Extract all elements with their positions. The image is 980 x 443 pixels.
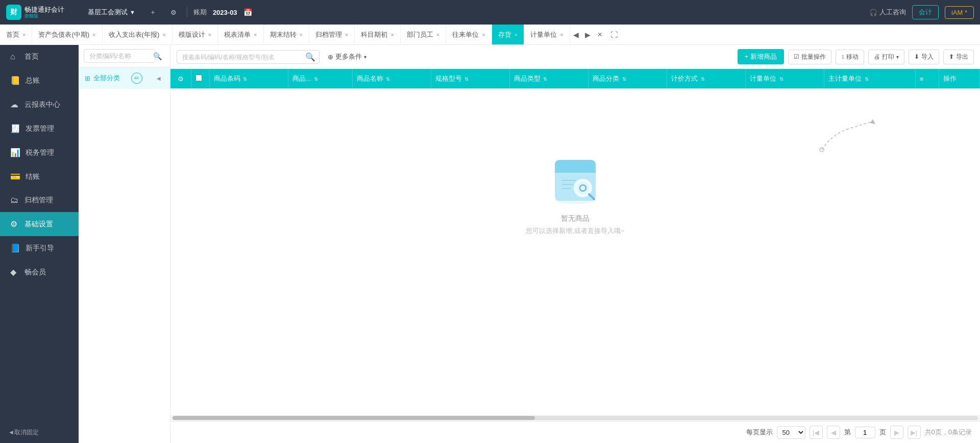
- tab-dept-close[interactable]: ×: [436, 32, 439, 38]
- table-header-row: ⚙ 商品条码 ⇅ 商品... ⇅ 商品名称 ⇅ 规格型号 ⇅ 商品类型 ⇅ 商品…: [170, 69, 980, 88]
- tab-home[interactable]: 首页 ×: [0, 25, 32, 44]
- sidebar-item-checkout[interactable]: 💳 结账: [0, 165, 79, 189]
- tab-subject-init[interactable]: 科目期初 ×: [355, 25, 400, 44]
- sort-arrows-unit: ⇅: [779, 76, 783, 82]
- tab-tax-close[interactable]: ×: [254, 32, 257, 38]
- tab-close-all-btn[interactable]: ×: [594, 30, 606, 39]
- main-area: ⌂ 首页 📒 总账 ☁ 云报表中心 🧾 发票管理 📊 税务管理 💳 结账 🗂 归…: [0, 45, 980, 443]
- tab-subject-close[interactable]: ×: [390, 32, 394, 38]
- category-edit-btn[interactable]: ✏: [131, 73, 142, 84]
- batch-op-btn[interactable]: ☑ 批量操作: [788, 50, 831, 64]
- th-main-unit[interactable]: 主计量单位 ⇅: [824, 69, 915, 88]
- tab-home-close[interactable]: ×: [22, 32, 26, 38]
- sidebar-item-ledger[interactable]: 📒 总账: [0, 68, 79, 92]
- th-barcode[interactable]: 商品条码 ⇅: [209, 69, 288, 88]
- sidebar-item-cloud[interactable]: ☁ 云报表中心: [0, 92, 79, 116]
- tab-archive-close[interactable]: ×: [345, 32, 348, 38]
- h-scroll-thumb[interactable]: [173, 416, 535, 420]
- svg-marker-0: [870, 119, 875, 124]
- tab-period-close[interactable]: 期末结转 ×: [264, 25, 309, 44]
- category-search-icon[interactable]: 🔍: [153, 52, 162, 60]
- print-label: 打印: [882, 53, 894, 61]
- tab-tax[interactable]: 税表清单 ×: [218, 25, 263, 44]
- tab-unit[interactable]: 计量单位 ×: [524, 25, 570, 44]
- collapse-panel-btn[interactable]: ◄: [153, 75, 164, 82]
- th-extra[interactable]: ≡: [915, 69, 939, 88]
- th-checkbox[interactable]: [191, 69, 209, 88]
- tab-balance-close[interactable]: ×: [92, 32, 95, 38]
- tab-balance-sheet[interactable]: 资产负债表(中期) ×: [32, 25, 102, 44]
- tab-template[interactable]: 模版设计 ×: [173, 25, 218, 44]
- print-btn[interactable]: 🖨 打印 ▾: [868, 50, 904, 64]
- th-type[interactable]: 商品类型 ⇅: [509, 69, 588, 88]
- category-all[interactable]: ⊞ 全部分类 ✏ ◄: [79, 67, 170, 89]
- add-tab-btn[interactable]: ＋: [145, 6, 160, 19]
- tab-inventory[interactable]: 存货 ×: [492, 25, 524, 44]
- new-product-btn[interactable]: + 新增商品: [738, 49, 784, 64]
- tab-contacts-close[interactable]: ×: [482, 32, 485, 38]
- prev-page-btn[interactable]: ◀: [827, 426, 840, 439]
- cancel-fixed-btn[interactable]: ◄取消固定: [8, 428, 70, 437]
- sidebar-item-invoice[interactable]: 🧾 发票管理: [0, 116, 79, 141]
- main-search-icon[interactable]: 🔍: [305, 52, 315, 62]
- next-page-btn[interactable]: ▶: [890, 426, 903, 439]
- customer-service-btn[interactable]: 🎧 人工咨询: [869, 8, 906, 17]
- last-page-btn[interactable]: ▶|: [908, 426, 921, 439]
- first-page-btn[interactable]: |◀: [810, 426, 823, 439]
- category-actions: ✏: [131, 73, 142, 84]
- tab-contacts[interactable]: 往来单位 ×: [446, 25, 492, 44]
- select-all-checkbox[interactable]: [195, 75, 202, 81]
- iam-badge-button[interactable]: iAM *: [945, 6, 974, 19]
- category-all-label: 全部分类: [93, 74, 120, 83]
- h-scroll-area[interactable]: [170, 415, 980, 421]
- per-page-select[interactable]: 50 10 20 100: [777, 426, 805, 439]
- category-search-input[interactable]: [84, 49, 155, 63]
- move-btn[interactable]: ↕ 移动: [836, 50, 864, 64]
- tab-archive[interactable]: 归档管理 ×: [309, 25, 355, 44]
- calendar-icon[interactable]: 📅: [243, 8, 252, 16]
- page-number-input[interactable]: [855, 427, 875, 438]
- scroll-arrow-hint: [817, 119, 878, 155]
- main-search-input[interactable]: [177, 50, 320, 64]
- top-header: 财 畅捷通好会计 旗舰版 基层工会测试 ▼ ＋ ⚙ 账期 2023-03 📅 🎧…: [0, 0, 980, 25]
- tab-period-close-btn[interactable]: ×: [300, 32, 303, 38]
- batch-op-label: 批量操作: [801, 53, 826, 61]
- period-value: 2023-03: [213, 9, 237, 16]
- content-panel: 🔍 ⊞ 全部分类 ✏ ◄: [79, 45, 980, 443]
- tab-next-btn[interactable]: ▶: [582, 31, 594, 39]
- tab-dept-label: 部门员工: [407, 30, 433, 39]
- sidebar-item-guide[interactable]: 📘 新手引导: [0, 236, 79, 260]
- tab-prev-btn[interactable]: ◀: [570, 31, 582, 39]
- export-btn[interactable]: ⬆ 导出: [943, 50, 974, 64]
- sidebar-item-archive[interactable]: 🗂 归档管理: [0, 189, 79, 212]
- tab-expand-btn[interactable]: ⛶: [606, 31, 622, 39]
- ledger-icon: 📒: [10, 76, 20, 85]
- th-unit[interactable]: 计量单位 ⇅: [746, 69, 824, 88]
- settings-btn[interactable]: ⚙: [166, 7, 181, 18]
- data-table: ⚙ 商品条码 ⇅ 商品... ⇅ 商品名称 ⇅ 规格型号 ⇅ 商品类型 ⇅ 商品…: [170, 69, 980, 266]
- tab-template-close[interactable]: ×: [208, 32, 211, 38]
- sidebar-item-home[interactable]: ⌂ 首页: [0, 45, 79, 68]
- guide-icon: 📘: [10, 243, 20, 253]
- th-name[interactable]: 商品名称 ⇅: [352, 69, 431, 88]
- tab-unit-close[interactable]: ×: [560, 32, 563, 38]
- tab-department[interactable]: 部门员工 ×: [401, 25, 446, 44]
- th-spec[interactable]: 规格型号 ⇅: [431, 69, 509, 88]
- th-category[interactable]: 商品分类 ⇅: [588, 69, 667, 88]
- sidebar-item-tax[interactable]: 📊 税务管理: [0, 141, 79, 165]
- th-code[interactable]: 商品... ⇅: [288, 69, 352, 88]
- account-button[interactable]: 会计: [912, 5, 939, 19]
- tab-income[interactable]: 收入支出表(年报) ×: [103, 25, 173, 44]
- header-right: 🎧 人工咨询 会计 iAM *: [869, 5, 974, 19]
- tab-inventory-close[interactable]: ×: [514, 32, 518, 38]
- sidebar-item-member[interactable]: ◆ 畅会员: [0, 260, 79, 284]
- import-btn[interactable]: ⬇ 导入: [909, 50, 939, 64]
- sidebar-item-settings[interactable]: ⚙ 基础设置: [0, 212, 79, 236]
- member-icon: ◆: [10, 267, 19, 277]
- tab-income-close[interactable]: ×: [162, 32, 165, 38]
- th-settings[interactable]: ⚙: [170, 69, 191, 88]
- th-pricing[interactable]: 计价方式 ⇅: [667, 69, 746, 88]
- main-search-wrap: 🔍: [177, 50, 320, 64]
- more-conditions-btn[interactable]: ⊕ 更多条件 ▾: [324, 50, 371, 64]
- company-selector[interactable]: 基层工会测试 ▼: [84, 6, 139, 19]
